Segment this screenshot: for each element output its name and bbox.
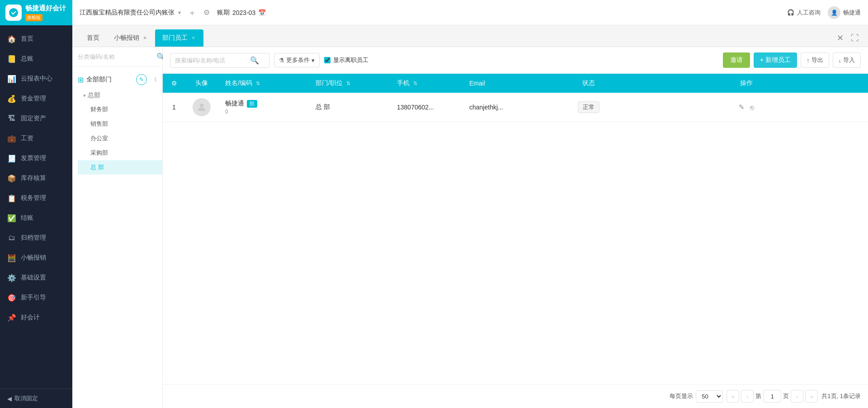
row-avatar-cell	[185, 93, 218, 122]
import-button[interactable]: ↓ 导入	[833, 52, 861, 68]
page-suffix: 页	[783, 392, 789, 400]
tab-employee-close[interactable]: ×	[190, 34, 196, 42]
dept-badge: 部	[247, 100, 257, 108]
delete-employee-button[interactable]: ⎋	[750, 104, 754, 111]
dept-item-zongbu[interactable]: 总 部	[78, 160, 162, 175]
edit-employee-button[interactable]: ✎	[739, 103, 745, 111]
topbar-settings-icon[interactable]: ⚙	[202, 6, 212, 19]
sidebar-item-settlement[interactable]: ✅ 结账	[0, 208, 72, 228]
show-resigned-checkbox-label[interactable]: 显示离职员工	[324, 56, 368, 64]
employee-table-container: ⚙ 头像 姓名/编码 ⇅ 部门/职位 ⇅ 手机	[163, 74, 868, 384]
first-page-button[interactable]: «	[726, 390, 739, 403]
user-menu[interactable]: 👤 畅捷通	[828, 6, 861, 19]
next-page-button[interactable]: ›	[791, 390, 803, 403]
add-company-button[interactable]: ＋	[186, 5, 198, 20]
employee-name: 畅捷通	[225, 100, 244, 108]
prev-page-button[interactable]: ‹	[741, 390, 754, 403]
col-settings[interactable]: ⚙	[163, 74, 185, 93]
dept-collapse-icon[interactable]: 《	[151, 76, 157, 84]
sidebar-item-inventory[interactable]: 📦 库存核算	[0, 168, 72, 188]
dept-search-input[interactable]	[78, 53, 154, 60]
tabbar: 首页 小畅报销 × 部门员工 × ✕ ⛶	[72, 25, 868, 47]
company-chevron-icon: ▾	[178, 9, 181, 16]
expand-tab-icon[interactable]: ⛶	[849, 32, 861, 45]
sidebar-item-generalledger[interactable]: 📒 总账	[0, 49, 72, 69]
consult-label: 人工咨询	[797, 9, 821, 17]
import-label: 导入	[843, 56, 855, 64]
sidebar-item-tax[interactable]: 📋 税务管理	[0, 188, 72, 208]
employee-search-icon[interactable]: 🔍	[250, 56, 259, 65]
import-icon: ↓	[839, 57, 842, 64]
sidebar-nav: 🏠 首页 📒 总账 📊 云报表中心 💰 资金管理 🏗 固定资产 💼 工资 🧾 发…	[0, 25, 72, 389]
close-tab-icon[interactable]: ✕	[835, 31, 845, 45]
dept-item-caigoubu[interactable]: 采购部	[78, 146, 162, 160]
dept-edit-icon[interactable]: ✎	[136, 74, 147, 85]
period-display: 账期 2023-03 📅	[217, 9, 266, 17]
sidebar-item-newguide[interactable]: 🎯 新手引导	[0, 288, 72, 308]
topbar-right: 🎧 人工咨询 👤 畅捷通	[787, 6, 861, 19]
dept-all-button[interactable]: ⊞ 全部部门 ✎ 《	[72, 71, 162, 89]
sidebar-item-basesettings[interactable]: ⚙️ 基础设置	[0, 268, 72, 288]
action-buttons: ✎ ⎋	[632, 103, 861, 111]
page-input[interactable]	[763, 390, 781, 403]
sidebar-item-invoices[interactable]: 🧾 发票管理	[0, 148, 72, 168]
row-phone-cell: 138070602...	[390, 93, 462, 122]
dept-item-xiaoshoubu-label: 销售部	[90, 120, 108, 127]
sidebar-item-funds[interactable]: 💰 资金管理	[0, 89, 72, 109]
perpage-select[interactable]: 10 20 50 100	[696, 390, 723, 403]
sidebar-item-wages[interactable]: 💼 工资	[0, 128, 72, 148]
sidebar-item-baoxiao-label: 小畅报销	[21, 254, 46, 262]
dept-search-bar: 🔍	[72, 47, 162, 67]
sidebar-item-assets[interactable]: 🏗 固定资产	[0, 109, 72, 128]
filter-button[interactable]: ⚗ 更多条件 ▾	[274, 53, 320, 67]
app-logo: 畅捷通好会计 旗舰版	[0, 0, 72, 25]
sidebar-item-baoxiao[interactable]: 🧮 小畅报销	[0, 248, 72, 268]
col-status: 状态	[552, 74, 625, 93]
main-area: 江西服宝精品有限责任公司内账张 ▾ ＋ ⚙ 账期 2023-03 📅 🎧 人工咨…	[72, 0, 868, 408]
archive-icon: 🗂	[7, 233, 16, 242]
col-name[interactable]: 姓名/编码 ⇅	[218, 74, 308, 93]
tab-baoxiao-close[interactable]: ×	[142, 34, 148, 42]
employee-toolbar: 🔍 ⚗ 更多条件 ▾ 显示离职员工 邀请 + 新增员工 ↑ 导出	[163, 47, 868, 74]
invite-button[interactable]: 邀请	[723, 52, 750, 68]
sort-name-icon: ⇅	[256, 81, 260, 86]
sidebar-item-home[interactable]: 🏠 首页	[0, 29, 72, 49]
calendar-icon[interactable]: 📅	[258, 9, 266, 16]
settings-icon: ⚙️	[7, 273, 16, 282]
employee-search-input[interactable]	[175, 57, 247, 64]
arrow-down-icon: ▾	[83, 93, 86, 99]
sidebar-item-reports[interactable]: 📊 云报表中心	[0, 69, 72, 89]
dept-item-caiwubu[interactable]: 财务部	[78, 102, 162, 117]
headset-icon: 🎧	[787, 9, 794, 16]
dept-item-caiwubu-label: 财务部	[90, 106, 108, 113]
row-status-cell: 正常	[552, 93, 625, 122]
company-selector[interactable]: 江西服宝精品有限责任公司内账张 ▾	[80, 9, 181, 17]
toolbar-right-actions: 邀请 + 新增员工 ↑ 导出 ↓ 导入	[723, 52, 861, 68]
dept-item-xiaoshoubu[interactable]: 销售部	[78, 117, 162, 131]
username-label: 畅捷通	[843, 9, 861, 17]
col-avatar: 头像	[185, 74, 218, 93]
sidebar-item-basesettings-label: 基础设置	[21, 274, 46, 282]
cancel-fixed-label: 取消固定	[14, 394, 38, 403]
col-dept[interactable]: 部门/职位 ⇅	[308, 74, 390, 93]
cancel-fixed-button[interactable]: ◀ 取消固定	[0, 389, 72, 408]
last-page-button[interactable]: »	[805, 390, 818, 403]
add-employee-button[interactable]: + 新增员工	[754, 52, 797, 68]
sidebar-item-archive[interactable]: 🗂 归档管理	[0, 228, 72, 248]
tab-baoxiao[interactable]: 小畅报销 ×	[107, 29, 155, 47]
dept-item-bangongshi[interactable]: 办公室	[78, 131, 162, 146]
tab-home[interactable]: 首页	[80, 29, 107, 47]
col-phone[interactable]: 手机 ⇅	[390, 74, 462, 93]
company-name: 江西服宝精品有限责任公司内账张	[80, 9, 175, 17]
sidebar-item-home-label: 首页	[21, 35, 33, 43]
sidebar-item-tax-label: 税务管理	[21, 194, 46, 202]
show-resigned-checkbox[interactable]	[324, 57, 330, 63]
tab-employee[interactable]: 部门员工 ×	[155, 29, 203, 47]
home-icon: 🏠	[7, 34, 16, 43]
export-button[interactable]: ↑ 导出	[801, 52, 829, 68]
consult-button[interactable]: 🎧 人工咨询	[787, 9, 821, 17]
grid-icon: ⊞	[78, 76, 84, 84]
employee-table: ⚙ 头像 姓名/编码 ⇅ 部门/职位 ⇅ 手机	[163, 74, 868, 122]
sidebar-item-more[interactable]: 📌 好会计	[0, 308, 72, 327]
more-icon: 📌	[7, 313, 16, 322]
